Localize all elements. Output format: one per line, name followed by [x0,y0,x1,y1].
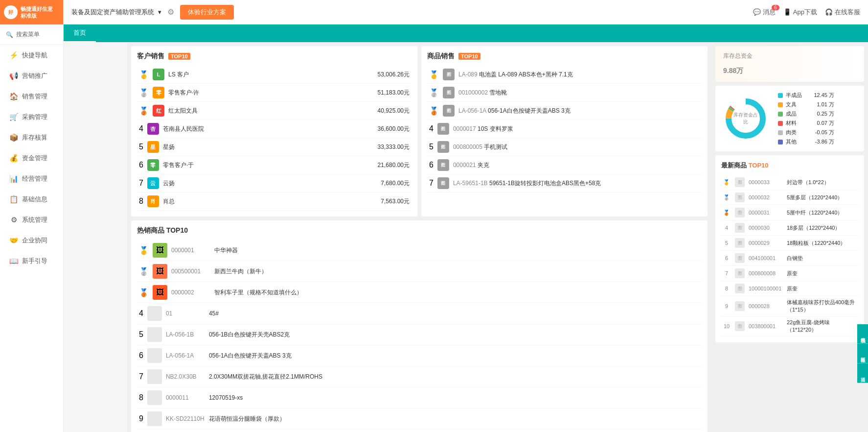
dropdown-arrow-icon[interactable]: ▾ [158,8,161,16]
latest-product-icon: 图 [735,223,745,233]
latest-product-item: 🥉 图 0000031 5厘中纤（1220*2440） [721,205,858,220]
latest-products-panel: 最新商品 TOP10 🥇 图 0000033 封边带（1.0*22） 🥈 图 0… [715,155,864,342]
product-info: LA-59651-1B 59651-1B旋转投影灯电池盒ABS黑色+58克 [453,179,700,188]
customer-rank-item: 🥉 红 红太阳文具 40,925.00元 [137,102,411,120]
latest-product-code: 0000030 [749,225,783,231]
product-rank-list: 🥇 图 LA-089 电池盖 LA-089 ABS本色+黑种 7.1克 🥈 图 … [427,66,702,192]
latest-product-name: 原奎 [787,285,857,292]
hot-product-item: 6 LA-056-1A 056-1A白色按键开关盖ABS 3克 [137,345,702,366]
customer-name: 红太阳文具 [168,107,374,115]
latest-product-code: 0000029 [749,240,783,246]
customer-avatar: 星 [147,141,159,153]
hot-product-item: 7 NB2.0X30B 2.0X30MM双搓花轴,搓花直径2.1MM/ROHS [137,366,702,387]
topbar-right: 💬 消息 6 📱 App下载 🎧 在线客服 [753,8,860,17]
product-thumbnail-placeholder [147,369,162,384]
latest-product-item: 9 图 0000028 体械嘉核味苏打饮品400毫升（1*15） [721,296,858,316]
customer-hotline-button[interactable]: 客服热线 [857,324,868,344]
sidebar-item-basic[interactable]: 📋 基础信息 [0,189,63,210]
app-download-button[interactable]: 📱 App下载 [783,8,817,17]
customer-rank-item: 8 肖 肖总 7,563.00元 [137,192,411,211]
latest-product-item: 8 图 10000100001 原奎 [721,281,858,296]
sales-icon: 🏠 [9,92,18,101]
trial-button[interactable]: 体验行业方案 [180,5,234,20]
product-thumbnail-placeholder [147,348,162,363]
legend-value: -3.86 万 [805,138,834,145]
sidebar-item-sales[interactable]: 🏠 销售管理 [0,86,63,107]
search-menu-button[interactable]: 🔍 搜索菜单 [4,28,59,41]
customer-value: 53,006.26元 [378,71,410,79]
sidebar-logo: 好 畅捷通好生意 标准版 [0,0,63,24]
product-avatar: 图 [443,69,455,80]
customer-avatar: 云 [147,177,159,189]
sidebar-item-finance[interactable]: 💰 资金管理 [0,148,63,168]
rank-medal-icon: 5 [429,143,434,151]
rank-medal-icon: 🥇 [429,70,439,79]
product-info: 001000002 雪地靴 [458,89,700,97]
legend-color [778,130,783,135]
latest-product-name: 5厘多层（1220*2440） [787,194,857,201]
message-button[interactable]: 💬 消息 6 [753,8,776,17]
legend-value: 0.25 万 [805,110,834,118]
float-service: 客服热线 服务社区 直播 [857,324,868,383]
online-service-button[interactable]: 🎧 在线客服 [825,8,860,17]
rank-medal-icon: 7 [139,372,143,381]
sidebar-item-purchase[interactable]: 🛒 采购管理 [0,107,63,127]
legend-item: 材料 0.07 万 [778,120,834,127]
product-avatar: 图 [437,141,449,153]
rank-section: 客户销售 TOP10 🥇 L LS 客户 53,006.26元 🥈 零 零售客户… [131,46,708,216]
latest-product-code: 10000100001 [749,286,783,291]
sidebar-item-quicknav[interactable]: ⚡ 快捷导航 [0,45,63,66]
rank-medal-icon: 🥉 [139,288,149,297]
product-avatar: 图 [437,159,449,171]
customer-value: 21,680.00元 [378,161,410,169]
logo-text: 畅捷通好生意 标准版 [21,5,53,20]
rank-medal-icon: 6 [429,161,434,169]
latest-product-code: 0000031 [749,210,783,216]
customer-avatar: L [153,69,164,80]
legend-name: 半成品 [786,92,802,99]
guide-icon: 📖 [9,257,18,265]
hot-product-item: 9 KK-SD22110H 花语萌恒温分腿睡袋（厚款） [137,408,702,430]
legend-name: 成品 [786,110,797,118]
latest-product-name: 封边带（1.0*22） [787,179,857,186]
settings-icon[interactable]: ⚙ [167,7,174,17]
sidebar-item-guide[interactable]: 📖 新手引导 [0,251,63,271]
service-community-button[interactable]: 服务社区 [857,344,868,363]
product-rank-title: 商品销售 TOP10 [427,52,702,61]
latest-rank: 5 [722,240,731,246]
hot-product-item: 4 01 45# [137,303,702,324]
product-info: LA-089 电池盖 LA-089 ABS本色+黑种 7.1克 [458,71,700,79]
product-name: 花语萌恒温分腿睡袋（厚款） [209,415,700,423]
sidebar-item-collab[interactable]: 🤝 企业协同 [0,230,63,251]
product-info: 0000017 10S 变料罗浆 [453,125,700,133]
customer-avatar: 零 [153,87,164,98]
sidebar-item-system[interactable]: ⚙ 系统管理 [0,210,63,230]
live-button[interactable]: 直播 [857,363,868,383]
sidebar-item-marketing[interactable]: 📢 营销推广 [0,66,63,86]
collab-icon: 🤝 [9,236,18,245]
hot-product-item: 🥇 🖼 0000001 中华神器 [137,240,702,261]
latest-rank: 🥇 [722,179,731,186]
latest-rank: 🥉 [722,210,731,216]
product-thumbnail: 🖼 [153,243,167,258]
hot-product-item: 🥈 🖼 000500001 新西兰牛肉（新牛） [137,261,702,282]
rank-medal-icon: 5 [139,143,143,151]
sidebar-item-operation[interactable]: 📊 经营管理 [0,168,63,189]
latest-product-code: 003800001 [749,323,783,329]
customer-value: 7,680.00元 [381,179,410,188]
product-avatar: 图 [437,123,449,135]
sidebar-search: 🔍 搜索菜单 [0,24,63,45]
customer-rank-item: 🥇 L LS 客户 53,006.26元 [137,66,411,84]
hot-product-item: 8 0000011 12070519-xs [137,387,702,408]
latest-product-icon: 图 [735,177,745,187]
product-rank-item: 5 图 000800005 手机测试 [427,138,702,156]
product-code: NB2.0X30B [166,373,205,380]
product-code: 01 [166,310,205,317]
latest-rank: 9 [722,303,731,309]
legend-name: 材料 [786,120,797,127]
customer-value: 51,183.00元 [378,89,410,97]
tab-home[interactable]: 首页 [64,24,96,42]
sidebar-item-inventory[interactable]: 📦 库存核算 [0,127,63,148]
rank-medal-icon: 🥉 [139,106,149,116]
operation-icon: 📊 [9,174,18,183]
